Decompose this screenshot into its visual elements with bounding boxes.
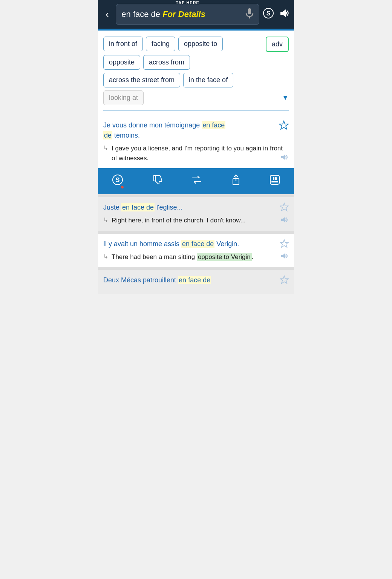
french-text-3: Il y avait un homme assis en face de Ver…	[103, 239, 289, 249]
svg-marker-4	[280, 9, 286, 17]
svg-marker-19	[280, 276, 288, 283]
tags-row-2: opposite across from	[103, 55, 289, 70]
section-divider	[103, 110, 289, 110]
speaker-button-1[interactable]	[280, 153, 289, 163]
example-entry-4: Deux Mécas patrouillent en face de	[98, 270, 294, 294]
bottom-toolbar: S	[98, 168, 294, 194]
highlight-1b: de	[103, 131, 112, 139]
en-highlight-3: opposite to Verigin	[197, 253, 252, 261]
star-button-4[interactable]	[280, 275, 289, 286]
tags-row-1: in front of facing opposite to adv	[103, 37, 289, 52]
thumbs-down-button[interactable]	[149, 172, 165, 190]
tag-across-street[interactable]: across the street from	[103, 73, 180, 87]
tag-looking-at[interactable]: looking at	[103, 90, 144, 105]
tag-adv[interactable]: adv	[266, 37, 289, 52]
svg-marker-6	[281, 154, 285, 160]
skype-toolbar-button[interactable]: S	[110, 172, 126, 190]
tag-opposite-to[interactable]: opposite to	[178, 37, 223, 51]
header-icons: S	[263, 8, 289, 21]
english-text-2: Right here, in front of the church, I do…	[103, 216, 289, 225]
red-dot	[121, 185, 124, 189]
english-text-1: I gave you a license, and I'm reporting …	[103, 144, 289, 163]
svg-rect-12	[273, 177, 274, 180]
speaker-button-2[interactable]	[280, 216, 289, 225]
highlight-1: en face	[202, 121, 225, 129]
svg-rect-0	[248, 8, 251, 14]
highlight-2: en face de	[121, 203, 155, 211]
search-bar[interactable]: TAP HERE en face de For Details	[116, 4, 259, 25]
svg-rect-11	[270, 175, 279, 184]
svg-rect-13	[275, 177, 277, 180]
entry-separator-1	[98, 194, 294, 197]
french-text-2: Juste en face de l'église...	[103, 202, 289, 213]
tap-here-label: TAP HERE	[176, 0, 199, 5]
speaker-button-3[interactable]	[280, 252, 289, 262]
tag-in-face-of[interactable]: in the face of	[183, 73, 233, 87]
highlight-3: en face de	[181, 240, 214, 248]
dropdown-row: looking at ▼	[103, 90, 289, 105]
app-header: ‹ TAP HERE en face de For Details S	[98, 0, 294, 29]
svg-marker-5	[279, 121, 288, 129]
svg-marker-18	[281, 253, 285, 259]
tag-across-from[interactable]: across from	[143, 55, 190, 70]
svg-text:S: S	[116, 176, 120, 184]
tag-in-front-of[interactable]: in front of	[103, 37, 143, 51]
info-button[interactable]	[267, 172, 282, 190]
svg-marker-15	[280, 203, 288, 211]
entry-separator-3	[98, 267, 294, 270]
english-text-3: There had been a man sitting opposite to…	[103, 252, 289, 262]
svg-marker-16	[281, 217, 285, 223]
microphone-icon[interactable]	[245, 8, 254, 21]
svg-marker-17	[280, 239, 288, 247]
dropdown-arrow-icon[interactable]: ▼	[282, 94, 289, 102]
arrows-button[interactable]	[189, 172, 205, 190]
example-entry-1: Je vous donne mon témoignage en facede t…	[98, 115, 294, 168]
star-button-2[interactable]	[280, 202, 289, 214]
svg-text:S: S	[266, 10, 271, 17]
star-button-1[interactable]	[279, 120, 289, 132]
example-entry-3: Il y avait un homme assis en face de Ver…	[98, 234, 294, 267]
search-query-text: en face de For Details	[121, 9, 205, 19]
search-query-plain: en face de	[121, 9, 162, 19]
tags-row-3: across the street from in the face of	[103, 73, 289, 87]
star-button-3[interactable]	[280, 239, 289, 250]
for-details-text: For Details	[162, 9, 205, 19]
highlight-4: en face de	[178, 276, 211, 284]
french-text-1: Je vous donne mon témoignage en facede t…	[103, 120, 289, 141]
entry-separator-2	[98, 231, 294, 234]
example-entry-2: Juste en face de l'église... Right here,…	[98, 197, 294, 231]
skype-icon[interactable]: S	[263, 8, 274, 21]
tag-opposite[interactable]: opposite	[103, 55, 140, 70]
tag-facing[interactable]: facing	[146, 37, 175, 51]
speaker-icon[interactable]	[279, 9, 289, 20]
back-button[interactable]: ‹	[103, 7, 112, 22]
french-text-4: Deux Mécas patrouillent en face de	[103, 275, 289, 285]
tags-left-row1: in front of facing opposite to	[103, 37, 263, 51]
translations-section: in front of facing opposite to adv oppos…	[98, 31, 294, 115]
share-button[interactable]	[228, 172, 243, 190]
svg-rect-14	[271, 181, 278, 182]
